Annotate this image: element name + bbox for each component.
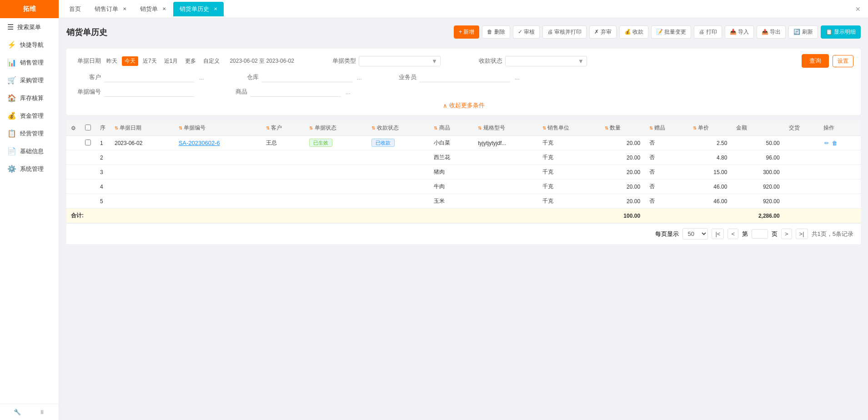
date-more[interactable]: 更多 (182, 56, 199, 66)
tab-sales-history[interactable]: 销货单历史 ✕ (173, 2, 224, 16)
col-price[interactable]: ⇅ 单价 (688, 120, 732, 136)
tab-sales-order[interactable]: 销售订单 ✕ (88, 2, 133, 16)
sidebar-item-base-info[interactable]: 📄 基础信息 (0, 142, 59, 160)
sidebar-item-inventory[interactable]: 🏠 库存核算 (0, 89, 59, 107)
query-button[interactable]: 查询 (802, 54, 829, 68)
page-size-select[interactable]: 50 100 200 (682, 228, 708, 240)
warehouse-ellipsis[interactable]: ... (355, 73, 364, 82)
sidebar-item-label: 销售管理 (20, 59, 44, 67)
doc-no-link[interactable]: SA-20230602-6 (179, 140, 220, 146)
sidebar-item-purchase-mgmt[interactable]: 🛒 采购管理 (0, 71, 59, 89)
import-button[interactable]: 📥 导入 (725, 25, 754, 39)
sidebar-bottom-icon1[interactable]: 🔧 (14, 409, 21, 415)
date-yesterday[interactable]: 昨天 (104, 56, 120, 66)
tab-home-label: 首页 (69, 5, 81, 13)
warehouse-input[interactable] (261, 72, 352, 82)
sidebar-item-sys-mgmt[interactable]: ⚙️ 系统管理 (0, 160, 59, 178)
collect-button[interactable]: 💰 收款 (619, 25, 648, 39)
prev-page-button[interactable]: < (728, 229, 738, 239)
sidebar-item-operations[interactable]: 📋 经营管理 (0, 125, 59, 142)
date-custom[interactable]: 自定义 (201, 56, 222, 66)
abandon-button[interactable]: ✗ 弃审 (589, 25, 616, 39)
tab-sales-history-close[interactable]: ✕ (214, 6, 217, 11)
row-actions (819, 194, 861, 209)
date-1month[interactable]: 近1月 (161, 56, 181, 66)
sidebar-item-finance[interactable]: 💰 资金管理 (0, 107, 59, 125)
product-input[interactable] (250, 87, 341, 97)
sidebar-item-label: 搜索菜单 (17, 23, 41, 31)
operations-icon: 📋 (7, 129, 16, 138)
filter-area: 单据日期 昨天 今天 近7天 近1月 更多 自定义 2023-06-02 至 2… (66, 49, 861, 115)
col-unit[interactable]: ⇅ 销售单位 (538, 120, 600, 136)
action-编辑[interactable]: ✏ (824, 140, 829, 146)
filter-row-3: 单据编号 商品 ... (74, 87, 853, 97)
page-number-input[interactable]: 1 (752, 229, 768, 239)
row-gift: 否 (645, 150, 688, 165)
doc-no-label: 单据编号 (74, 88, 101, 96)
approve-button[interactable]: ✓ 审核 (513, 25, 540, 39)
sort-price-icon: ⇅ (693, 125, 697, 130)
export-button[interactable]: 📤 导出 (757, 25, 786, 39)
row-qty: 20.00 (600, 194, 645, 209)
col-qty[interactable]: ⇅ 数量 (600, 120, 645, 136)
sidebar-item-quick-nav[interactable]: ⚡ 快捷导航 (0, 36, 59, 54)
row-actions: ✏ 🗑 (819, 136, 861, 150)
doc-no-input[interactable] (104, 87, 195, 97)
col-doc-status[interactable]: ⇅ 单据状态 (305, 120, 367, 136)
col-num: 序 (95, 120, 110, 136)
date-range-text: 2023-06-02 至 2023-06-02 (230, 57, 294, 65)
table-row: 3猪肉千克20.00否15.00300.00 (66, 165, 861, 180)
approve-print-button[interactable]: 🖨 审核并打印 (542, 25, 587, 39)
date-today[interactable]: 今天 (122, 56, 138, 66)
salesman-input[interactable] (419, 72, 510, 82)
tab-close-all[interactable]: ✕ (852, 4, 864, 15)
warehouse-label: 仓库 (231, 73, 259, 81)
col-product[interactable]: ⇅ 商品 (429, 120, 473, 136)
batch-change-button[interactable]: 📝 批量变更 (651, 25, 691, 39)
purchase-mgmt-icon: 🛒 (7, 76, 16, 85)
customer-ellipsis[interactable]: ... (197, 73, 206, 82)
sales-mgmt-icon: 📊 (7, 58, 16, 67)
select-all-checkbox[interactable] (85, 125, 91, 130)
col-docno[interactable]: ⇅ 单据编号 (174, 120, 261, 136)
tab-sales-delivery[interactable]: 销货单 ✕ (134, 2, 172, 16)
col-gift[interactable]: ⇅ 赠品 (645, 120, 688, 136)
col-collect-status[interactable]: ⇅ 收款状态 (367, 120, 429, 136)
col-settings[interactable]: ⚙ (66, 120, 80, 136)
doc-type-select[interactable]: ▼ (359, 56, 441, 66)
last-page-button[interactable]: >| (796, 229, 808, 239)
col-spec[interactable]: ⇅ 规格型号 (473, 120, 538, 136)
sidebar-item-label: 采购管理 (20, 76, 44, 85)
table-footer: 合计: 100.00 2,286.00 (66, 209, 861, 223)
show-detail-button[interactable]: 📋 显示明细 (821, 25, 861, 39)
salesman-ellipsis[interactable]: ... (513, 73, 522, 82)
row-checkbox-input[interactable] (85, 140, 91, 145)
total-price-spacer (688, 209, 732, 223)
collect-status-select[interactable]: ▼ (505, 56, 587, 66)
row-num: 4 (95, 180, 110, 194)
refresh-button[interactable]: 🔄 刷新 (788, 25, 818, 39)
settings-button[interactable]: 设置 (833, 55, 853, 67)
tab-sales-order-close[interactable]: ✕ (123, 6, 126, 11)
print-button[interactable]: 🖨 打印 (694, 25, 722, 39)
customer-input[interactable] (104, 72, 195, 82)
new-button[interactable]: + 新增 (454, 25, 479, 39)
query-actions: 查询 设置 (802, 54, 853, 68)
tab-home[interactable]: 首页 (63, 2, 87, 16)
sidebar-item-search-menu[interactable]: ☰ 搜索菜单 (0, 18, 59, 36)
sidebar-item-sales-mgmt[interactable]: 📊 销售管理 (0, 54, 59, 71)
product-ellipsis[interactable]: ... (344, 88, 352, 96)
next-page-button[interactable]: > (781, 229, 792, 239)
tab-sales-delivery-close[interactable]: ✕ (162, 6, 166, 11)
first-page-button[interactable]: |< (712, 229, 724, 239)
delete-button[interactable]: 🗑 删除 (482, 25, 510, 39)
date-7days[interactable]: 近7天 (140, 56, 160, 66)
row-amount: 50.00 (732, 136, 784, 150)
action-删除[interactable]: 🗑 (832, 140, 838, 146)
col-checkbox[interactable] (80, 120, 95, 136)
total-info: 共1页，5条记录 (812, 230, 853, 238)
collapse-button[interactable]: ∧ 收起更多条件 (74, 101, 853, 110)
sidebar-bottom-icon2[interactable]: ⏸ (39, 409, 45, 415)
col-date[interactable]: ⇅ 单据日期 (110, 120, 174, 136)
col-customer[interactable]: ⇅ 客户 (261, 120, 305, 136)
